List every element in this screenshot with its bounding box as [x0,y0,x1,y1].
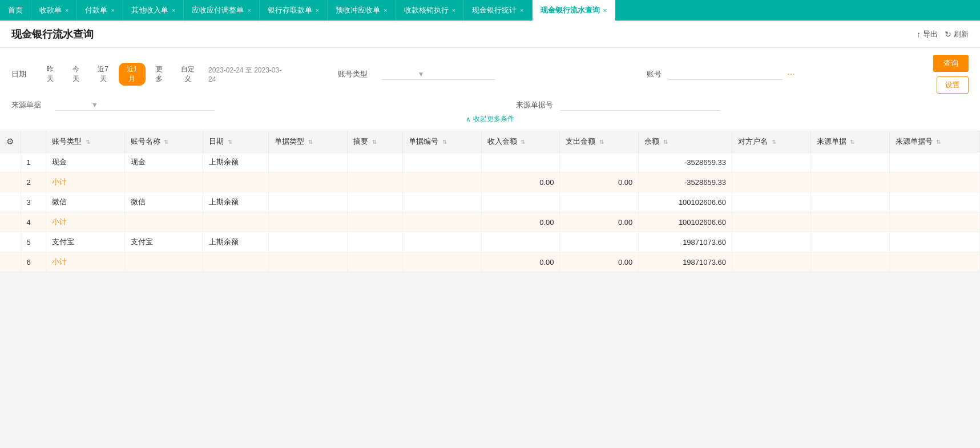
table-cell [481,192,560,212]
source-doc-no-filter-section: 来源单据号 [516,99,969,111]
close-icon[interactable]: × [603,7,607,14]
table-row[interactable]: 1现金现金上期余额-3528659.33 [0,152,980,172]
table-cell: 100102606.60 [639,212,732,232]
table-cell [402,212,481,232]
nav-item-prepay-offset[interactable]: 预收冲应收单 × [328,0,396,21]
nav-item-receipt[interactable]: 收款单 × [31,0,77,21]
table-row[interactable]: 6小计0.000.0019871073.60 [0,252,980,272]
table-cell [889,252,979,272]
table-cell [348,212,403,232]
nav-item-cash-bank-flow[interactable]: 现金银行流水查询 × [533,0,615,21]
table-cell: 100102606.60 [639,192,732,212]
nav-item-home[interactable]: 首页 [0,0,31,21]
sort-icon[interactable]: ⇅ [372,139,377,145]
date-btn-1month[interactable]: 近1月 [119,63,146,86]
nav-item-collection-exec[interactable]: 收款核销执行 × [396,0,464,21]
table-row[interactable]: 3微信微信上期余额100102606.60 [0,192,980,212]
sort-icon[interactable]: ⇅ [308,139,313,145]
table-cell [0,172,21,192]
table-cell [810,192,889,212]
source-doc-no-input[interactable] [560,99,720,111]
sort-icon[interactable]: ⇅ [164,139,168,145]
close-icon[interactable]: × [247,7,251,14]
close-icon[interactable]: × [384,7,387,14]
export-button[interactable]: ↑ 导出 [917,29,938,39]
table-cell [348,192,403,212]
account-input[interactable] [668,68,783,80]
table-cell: 支付宝 [46,232,124,252]
sort-icon[interactable]: ⇅ [599,139,604,145]
query-button[interactable]: 查询 [933,55,969,72]
nav-item-payment[interactable]: 付款单 × [77,0,123,21]
th-account-name: 账号名称 ⇅ [124,131,203,152]
nav-item-bank-deposit[interactable]: 银行存取款单 × [260,0,328,21]
refresh-button[interactable]: ↻ 刷新 [945,29,969,39]
date-btn-yesterday[interactable]: 昨天 [39,63,62,86]
sort-icon[interactable]: ⇅ [850,139,854,145]
th-doc-type: 单据类型 ⇅ [269,131,348,152]
table-cell [889,212,979,232]
table-cell: 0.00 [481,252,560,272]
sort-icon[interactable]: ⇅ [228,139,232,145]
account-type-select[interactable]: ▼ [381,69,495,80]
table-cell [348,232,403,252]
th-date: 日期 ⇅ [203,131,269,152]
close-icon[interactable]: × [520,7,523,14]
date-btn-today[interactable]: 今天 [64,63,88,86]
source-doc-no-label: 来源单据号 [516,100,556,110]
sort-icon[interactable]: ⇅ [521,139,525,145]
date-label: 日期 [11,69,34,79]
table-cell: 上期余额 [203,192,269,212]
data-table-container: ⚙ 账号类型 ⇅ 账号名称 ⇅ 日期 ⇅ 单据类型 ⇅ 摘要 ⇅ 单据编号 ⇅ … [0,131,980,272]
table-cell: 5 [21,232,46,252]
collapse-button[interactable]: ∧ 收起更多条件 [11,114,969,124]
th-index [21,131,46,152]
filter-row-1: 日期 昨天 今天 近7天 近1月 更多 自定义 2023-02-24 至 202… [11,55,969,94]
table-row[interactable]: 4小计0.000.00100102606.60 [0,212,980,232]
th-doc-no: 单据编号 ⇅ [402,131,481,152]
source-doc-select[interactable]: ▼ [55,100,215,111]
more-options-icon[interactable]: ··· [787,69,795,79]
table-row[interactable]: 2小计0.000.00-3528659.33 [0,172,980,192]
sort-icon[interactable]: ⇅ [663,139,668,145]
settings-button[interactable]: 设置 [937,76,969,94]
table-body: 1现金现金上期余额-3528659.332小计0.000.00-3528659.… [0,152,980,272]
table-settings-icon[interactable]: ⚙ [6,136,14,146]
table-cell [481,152,560,172]
table-cell [560,192,639,212]
table-cell [402,172,481,192]
nav-item-ar-ap-adjust[interactable]: 应收应付调整单 × [184,0,259,21]
sort-icon[interactable]: ⇅ [772,139,776,145]
close-icon[interactable]: × [65,7,68,14]
table-cell: 上期余额 [203,232,269,252]
table-cell [0,152,21,172]
table-cell: -3528659.33 [639,172,732,192]
close-icon[interactable]: × [111,7,114,14]
table-cell: 0.00 [481,212,560,232]
date-btn-7days[interactable]: 近7天 [90,63,116,86]
table-cell: 微信 [124,192,203,212]
nav-item-other-income[interactable]: 其他收入单 × [123,0,184,21]
sort-icon[interactable]: ⇅ [936,139,941,145]
table-cell [402,252,481,272]
sort-icon[interactable]: ⇅ [86,139,90,145]
table-cell: 小计 [46,212,124,232]
th-summary: 摘要 ⇅ [348,131,403,152]
close-icon[interactable]: × [452,7,455,14]
table-cell [348,172,403,192]
table-cell [402,152,481,172]
th-settings: ⚙ [0,131,21,152]
table-cell [269,152,348,172]
table-row[interactable]: 5支付宝支付宝上期余额19871073.60 [0,232,980,252]
date-btn-more[interactable]: 更多 [148,63,171,86]
top-nav: 首页 收款单 × 付款单 × 其他收入单 × 应收应付调整单 × 银行存取款单 … [0,0,980,21]
table-cell [269,172,348,192]
date-btn-custom[interactable]: 自定义 [173,63,203,86]
table-cell [732,232,811,252]
nav-item-cash-bank-stat[interactable]: 现金银行统计 × [464,0,532,21]
sort-icon[interactable]: ⇅ [442,139,447,145]
close-icon[interactable]: × [316,7,319,14]
close-icon[interactable]: × [172,7,175,14]
table-cell: 4 [21,212,46,232]
table-cell: 19871073.60 [639,252,732,272]
